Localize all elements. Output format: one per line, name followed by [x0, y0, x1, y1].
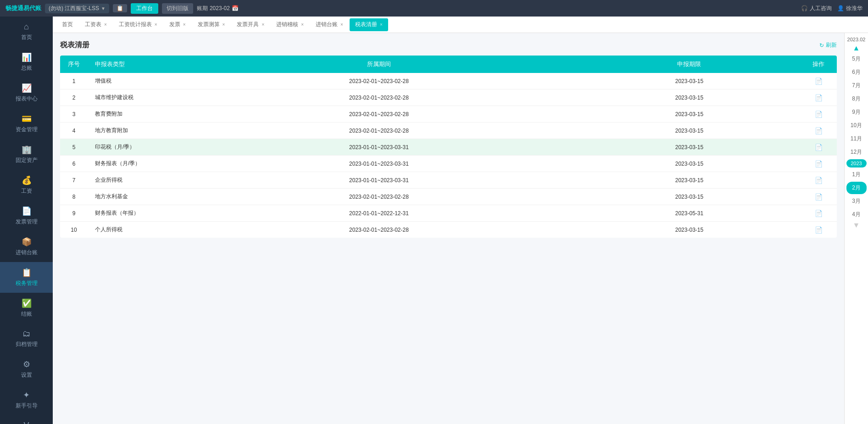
- cell-type: 增值税: [88, 73, 179, 89]
- down-arrow-icon[interactable]: ▼: [853, 221, 860, 229]
- cell-period: 2023-02-01~2023-02-28: [179, 73, 579, 89]
- tab-invoice[interactable]: 发票 ×: [164, 18, 191, 31]
- year-month-panel: 2023.02 ▲ 5月 6月 7月 8月 9月 10月 11月 12月 202…: [844, 33, 868, 424]
- sidebar-item-tax-mgmt[interactable]: 📋 税务管理: [0, 262, 53, 293]
- month-1-2023[interactable]: 1月: [846, 168, 867, 181]
- page-content: 税表清册 ↻ 刷新 序号 申报表类型 所属期间 申报期限 操作: [53, 33, 868, 424]
- cell-action: 📄: [800, 73, 837, 89]
- month-10-2022[interactable]: 10月: [846, 119, 867, 132]
- cell-deadline: 2023-03-15: [579, 89, 800, 106]
- tab-tax-list[interactable]: 税表清册 ×: [350, 18, 388, 31]
- sidebar-item-invoice-mgmt[interactable]: 📄 发票管理: [0, 201, 53, 231]
- month-4-2023[interactable]: 4月: [846, 208, 867, 221]
- month-7-2022[interactable]: 7月: [846, 79, 867, 92]
- sidebar-item-settlement[interactable]: ✅ 结账: [0, 293, 53, 324]
- payroll-icon: 💰: [22, 175, 32, 185]
- copy-button[interactable]: 📋: [113, 4, 127, 12]
- detail-action-icon[interactable]: 📄: [815, 144, 823, 151]
- sidebar-item-home[interactable]: ⌂ 首页: [0, 17, 53, 47]
- sidebar-item-report-center[interactable]: 📈 报表中心: [0, 78, 53, 108]
- month-2-2023[interactable]: 2月: [846, 182, 867, 194]
- sidebar-item-purchase-sales[interactable]: 📦 进销台账: [0, 231, 53, 262]
- month-11-2022[interactable]: 11月: [846, 133, 867, 145]
- month-12-2022[interactable]: 12月: [846, 146, 867, 158]
- panel-header: 2023.02: [846, 35, 867, 44]
- sidebar-item-payroll[interactable]: 💰 工资: [0, 170, 53, 201]
- cell-no: 8: [60, 189, 88, 205]
- month-3-2023[interactable]: 3月: [846, 195, 867, 207]
- tab-payroll-report[interactable]: 工资统计报表 ×: [113, 18, 163, 31]
- tab-invoice-open[interactable]: 发票开具 ×: [231, 18, 270, 31]
- detail-action-icon[interactable]: 📄: [815, 111, 823, 118]
- month-6-2022[interactable]: 6月: [846, 66, 867, 78]
- table-header-row: 序号 申报表类型 所属期间 申报期限 操作: [60, 56, 837, 73]
- tab-payroll-report-close[interactable]: ×: [155, 22, 157, 27]
- detail-action-icon[interactable]: 📄: [815, 177, 823, 184]
- table-row: 8 地方水利基金 2023-02-01~2023-02-28 2023-03-1…: [60, 189, 837, 205]
- sidebar-item-vip-member[interactable]: V 畅会员: [0, 415, 53, 424]
- cell-action: 📄: [800, 205, 837, 222]
- calendar-icon[interactable]: 📅: [232, 5, 239, 11]
- detail-action-icon[interactable]: 📄: [815, 127, 823, 134]
- sidebar-label-home: 首页: [21, 33, 32, 41]
- sidebar-item-general-ledger[interactable]: 📊 总账: [0, 47, 53, 78]
- settings-icon: ⚙: [23, 359, 30, 369]
- sidebar-item-beginner-guide[interactable]: ✦ 新手引导: [0, 385, 53, 415]
- month-5-2022[interactable]: 5月: [846, 53, 867, 65]
- cell-action: 📄: [800, 222, 837, 238]
- vip-icon: V: [23, 421, 29, 424]
- tab-payroll-label: 工资表: [85, 21, 101, 28]
- sidebar-label-archive-mgmt: 归档管理: [16, 340, 38, 348]
- ai-consult-button[interactable]: 🎧 人工咨询: [801, 5, 832, 12]
- tab-invoice-open-close[interactable]: ×: [262, 22, 264, 27]
- detail-action-icon[interactable]: 📄: [815, 226, 823, 234]
- tab-payroll-close[interactable]: ×: [104, 22, 107, 27]
- tab-purchase-ledger[interactable]: 进销台账 ×: [310, 18, 349, 31]
- cell-no: 7: [60, 172, 88, 189]
- switch-old-button[interactable]: 切到旧版: [162, 3, 193, 14]
- tab-home[interactable]: 首页: [56, 18, 78, 31]
- detail-action-icon[interactable]: 📄: [815, 94, 823, 101]
- tab-invoice-close[interactable]: ×: [183, 22, 186, 27]
- cell-action: 📄: [800, 89, 837, 106]
- tab-purchase-ledger-close[interactable]: ×: [340, 22, 343, 27]
- cell-action: 📄: [800, 172, 837, 189]
- table-row: 4 地方教育附加 2023-02-01~2023-02-28 2023-03-1…: [60, 123, 837, 139]
- tab-tax-list-close[interactable]: ×: [380, 22, 383, 27]
- tab-invoice-check[interactable]: 发票测算 ×: [192, 18, 231, 31]
- tab-purchase-verify[interactable]: 进销稽核 ×: [271, 18, 309, 31]
- cell-no: 6: [60, 156, 88, 172]
- cell-deadline: 2023-03-15: [579, 106, 800, 123]
- cell-deadline: 2023-03-15: [579, 139, 800, 156]
- workbench-button[interactable]: 工作台: [131, 3, 158, 14]
- sidebar-item-fund-mgmt[interactable]: 💳 资金管理: [0, 108, 53, 139]
- detail-action-icon[interactable]: 📄: [815, 210, 823, 217]
- cell-deadline: 2023-05-31: [579, 205, 800, 222]
- detail-action-icon[interactable]: 📄: [815, 193, 823, 201]
- cell-period: 2023-02-01~2023-02-28: [179, 222, 579, 238]
- sidebar-item-fixed-assets[interactable]: 🏢 固定资产: [0, 139, 53, 170]
- period-label: 账期: [197, 5, 208, 12]
- table-row: 2 城市维护建设税 2023-02-01~2023-02-28 2023-03-…: [60, 89, 837, 106]
- cell-type: 地方水利基金: [88, 189, 179, 205]
- detail-action-icon[interactable]: 📄: [815, 78, 823, 85]
- sidebar-item-archive-mgmt[interactable]: 🗂 归档管理: [0, 324, 53, 354]
- fund-icon: 💳: [22, 114, 32, 124]
- sidebar-item-settings[interactable]: ⚙ 设置: [0, 354, 53, 385]
- company-selector[interactable]: (勿动) 江西服宝-LSS ▼: [45, 4, 109, 13]
- refresh-button[interactable]: ↻ 刷新: [819, 41, 837, 49]
- tab-purchase-verify-close[interactable]: ×: [301, 22, 304, 27]
- tab-payroll[interactable]: 工资表 ×: [79, 18, 112, 31]
- up-arrow-icon[interactable]: ▲: [853, 44, 860, 52]
- chevron-down-icon: ▼: [101, 6, 106, 11]
- tab-invoice-check-close[interactable]: ×: [223, 22, 225, 27]
- settlement-icon: ✅: [22, 298, 32, 308]
- cell-no: 10: [60, 222, 88, 238]
- user-info[interactable]: 👤 徐淮华: [837, 5, 862, 12]
- tab-payroll-report-label: 工资统计报表: [119, 21, 152, 28]
- cell-period: 2023-02-01~2023-02-28: [179, 106, 579, 123]
- month-9-2022[interactable]: 9月: [846, 106, 867, 118]
- month-8-2022[interactable]: 8月: [846, 93, 867, 105]
- detail-action-icon[interactable]: 📄: [815, 160, 823, 167]
- tab-invoice-check-label: 发票测算: [198, 21, 220, 28]
